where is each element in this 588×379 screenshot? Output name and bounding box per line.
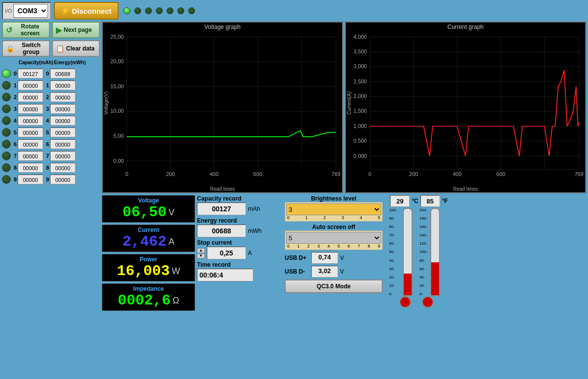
- usb-dp-row: USB D+ 0,74 V: [285, 252, 383, 264]
- indicator-dot-5: [177, 7, 184, 14]
- energy-record-input: [197, 225, 246, 237]
- time-record-value-row: [197, 269, 283, 281]
- current-block: Current 2,462 A: [102, 225, 195, 252]
- time-record-input: [197, 269, 253, 281]
- top-bar: I/O COM3 ⚡ Disconnect: [2, 2, 586, 20]
- stop-current-down[interactable]: ▼: [197, 253, 205, 258]
- capacity-record-input: [197, 202, 246, 215]
- svg-text:0: 0: [368, 171, 371, 177]
- channel-dot-1: [2, 81, 11, 90]
- channel-num-5: 5: [12, 129, 17, 135]
- qc-mode-button[interactable]: QC3.0 Mode: [285, 279, 383, 293]
- usb-dp-label: USB D+: [285, 254, 309, 261]
- lock-icon: 🔒: [6, 45, 14, 52]
- indicator-dot-1: [134, 7, 141, 14]
- disconnect-button[interactable]: ⚡ Disconnect: [54, 2, 119, 20]
- rotate-icon: ↺: [6, 25, 12, 35]
- auto-ticks: 0 1 2 3 4 5 6 7 8 9: [286, 244, 381, 249]
- channel-dot-3: [2, 104, 11, 113]
- current-value: 2,462: [122, 233, 167, 250]
- rotate-screen-button[interactable]: ↺ Rotate screen: [2, 22, 50, 38]
- svg-text:25,00: 25,00: [110, 34, 124, 40]
- indicator-dot-0: [123, 7, 130, 14]
- rotate-screen-label: Rotate screen: [14, 23, 46, 37]
- channel-energy-5: 00000: [50, 127, 75, 137]
- right-content: Voltage graph: [102, 22, 586, 377]
- fahrenheit-tube-container: 200- 180- 160- 140- 120- 100- 80- 60- 40…: [416, 208, 440, 296]
- channel-energy-1: 00000: [50, 80, 75, 90]
- current-graph: Current graph: [345, 22, 586, 193]
- disconnect-label: Disconnect: [72, 7, 112, 15]
- stop-current-up[interactable]: ▲: [197, 248, 205, 253]
- channel-num-7: 7: [12, 153, 17, 159]
- temperature-inputs: °C °F: [385, 195, 453, 207]
- voltage-value: 06,50: [122, 204, 167, 221]
- clear-icon: 📋: [56, 45, 64, 52]
- io-label: I/O: [5, 8, 12, 14]
- content-area: ↺ Rotate screen ▶ Next page 🔒 Switch gro…: [2, 22, 586, 377]
- next-page-button[interactable]: ▶ Next page: [52, 22, 100, 38]
- current-display: 2,462 A: [105, 233, 192, 250]
- channel-capacity-1: 00000: [18, 80, 43, 90]
- celsius-tube: [403, 208, 413, 296]
- thermometer-panel: °C °F 100- 90-: [385, 195, 453, 377]
- current-graph-area: 4,000 3,500 3,000 2,500 2,000 1,500 1,00…: [346, 31, 585, 186]
- svg-text:5,00: 5,00: [113, 133, 123, 139]
- channel-num-0: 0: [12, 71, 17, 76]
- brightness-select[interactable]: 3: [286, 203, 381, 215]
- channel-enum-1: 1: [44, 82, 49, 88]
- measurements-panel: Voltage 06,50 V Current 2,462 A: [102, 195, 195, 377]
- channel-enum-2: 2: [44, 94, 49, 100]
- channel-row-3: 3 00000 3 00000: [2, 103, 100, 114]
- celsius-fill: [404, 274, 412, 295]
- svg-text:Current(A): Current(A): [346, 92, 352, 115]
- svg-text:3,000: 3,000: [353, 64, 367, 70]
- energy-record-unit: mWh: [248, 227, 262, 234]
- usb-dm-label: USB D-: [285, 268, 309, 275]
- stop-current-label: Stop current: [197, 239, 283, 246]
- switch-group-label: Switch group: [16, 42, 46, 55]
- channel-energy-6: 00000: [50, 139, 75, 149]
- indicator-dot-3: [156, 7, 163, 14]
- channel-headers: Capacity(mAh) Energy(mWh): [2, 59, 100, 66]
- indicator-dot-2: [145, 7, 152, 14]
- auto-screen-select[interactable]: 5: [286, 232, 381, 244]
- clear-data-button[interactable]: 📋 Clear data: [52, 40, 100, 57]
- action-button-row: 🔒 Switch group 📋 Clear data: [2, 40, 100, 57]
- channel-enum-3: 3: [44, 106, 49, 112]
- channel-row-5: 5 00000 5 00000: [2, 127, 100, 138]
- svg-text:20,00: 20,00: [110, 59, 124, 65]
- disconnect-icon: ⚡: [61, 6, 70, 15]
- auto-screen-slider-container: 5 0 1 2 3 4 5 6 7 8: [285, 230, 383, 250]
- channel-num-1: 1: [12, 82, 17, 88]
- capacity-record-value-row: mAh: [197, 202, 283, 215]
- com-port-selector[interactable]: COM3: [13, 4, 48, 18]
- channel-list: 0 00127 0 00688 1 00000 1 00000 2: [2, 68, 100, 186]
- svg-text:0,00: 0,00: [113, 158, 123, 164]
- next-icon: ▶: [56, 25, 62, 35]
- voltage-graph-title: Voltage graph: [103, 23, 342, 31]
- channel-dot-7: [2, 152, 11, 160]
- channel-row-4: 4 00000 4 00000: [2, 115, 100, 126]
- usb-dp-value: 0,74: [311, 252, 338, 264]
- brightness-ticks: 0 1 2 3 4 5: [286, 215, 381, 220]
- channel-energy-3: 00000: [50, 104, 75, 114]
- energy-record-label: Energy record: [197, 217, 283, 224]
- channel-capacity-0: 00127: [18, 69, 43, 78]
- svg-text:2,000: 2,000: [353, 94, 367, 100]
- channel-enum-7: 7: [44, 153, 49, 159]
- channel-enum-4: 4: [44, 118, 49, 124]
- svg-text:400: 400: [453, 171, 462, 177]
- brightness-panel: Brightness level 3 0 1 2 3 4 5: [285, 195, 383, 377]
- fahrenheit-thermometer: 200- 180- 160- 140- 120- 100- 80- 60- 40…: [416, 208, 440, 308]
- voltage-label: Voltage: [105, 197, 192, 204]
- current-label: Current: [105, 227, 192, 233]
- stop-current-spinner[interactable]: ▲ ▼: [197, 248, 205, 258]
- stop-current-input[interactable]: [207, 247, 246, 259]
- channel-row-7: 7 00000 7 00000: [2, 151, 100, 161]
- current-graph-title: Current graph: [346, 23, 585, 31]
- channel-capacity-6: 00000: [18, 139, 43, 149]
- current-unit: A: [169, 237, 174, 247]
- svg-text:15,00: 15,00: [110, 83, 124, 89]
- switch-group-button[interactable]: 🔒 Switch group: [2, 40, 50, 57]
